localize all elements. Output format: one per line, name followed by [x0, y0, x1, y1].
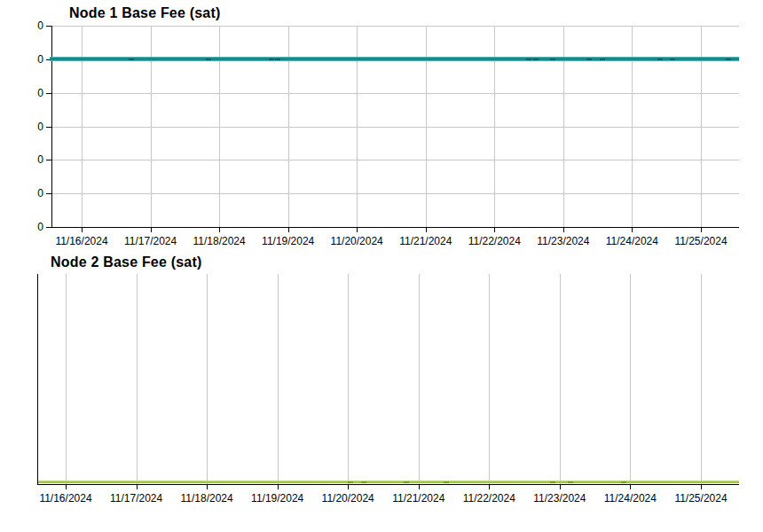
- x-tick-label: 11/21/2024: [390, 235, 461, 247]
- x-tick-label: 11/19/2024: [253, 235, 324, 247]
- x-tick-label: 11/17/2024: [115, 235, 186, 247]
- x-tick-label: 11/22/2024: [453, 492, 524, 505]
- v-gridline: [207, 274, 208, 484]
- x-tick-label: 11/20/2024: [321, 235, 392, 247]
- data-point-marker: [670, 59, 675, 60]
- y-axis-line: [37, 274, 38, 485]
- x-tick-label: 11/16/2024: [30, 492, 101, 505]
- x-axis-line: [38, 484, 739, 485]
- x-tick-label: 11/24/2024: [596, 235, 667, 247]
- v-gridline: [137, 274, 138, 484]
- data-point-marker: [550, 481, 555, 483]
- y-tick-label: 0: [13, 20, 43, 32]
- v-gridline: [701, 274, 702, 484]
- data-point-marker: [526, 59, 531, 60]
- h-gridline: [52, 160, 739, 160]
- x-tick-label: 11/25/2024: [665, 492, 736, 505]
- data-point-marker: [361, 481, 366, 483]
- data-point-marker: [269, 59, 274, 60]
- data-point-marker: [129, 59, 134, 60]
- data-point-marker: [600, 59, 605, 60]
- y-tick-label: 0: [13, 187, 43, 200]
- y-tick-label: 0: [13, 53, 43, 66]
- x-tick-label: 11/19/2024: [242, 492, 313, 505]
- x-tick-label: 11/23/2024: [528, 235, 599, 247]
- x-tick-label: 11/20/2024: [312, 492, 383, 505]
- data-point-marker: [404, 481, 409, 483]
- data-point-marker: [533, 59, 539, 60]
- v-gridline: [278, 274, 279, 484]
- x-tick-label: 11/16/2024: [46, 235, 117, 247]
- x-tick-label: 11/23/2024: [524, 492, 595, 505]
- y-tick-label: 0: [13, 221, 43, 233]
- y-tick-label: 0: [13, 153, 43, 166]
- v-gridline: [489, 274, 490, 484]
- x-tick-label: 11/18/2024: [184, 235, 255, 247]
- data-point-marker: [621, 481, 626, 483]
- plot-area-node2: 11/16/202411/17/202411/18/202411/19/2024…: [38, 274, 739, 484]
- x-tick-label: 11/25/2024: [665, 235, 736, 247]
- chart-title-node1: Node 1 Base Fee (sat): [69, 5, 220, 21]
- data-line-node2: [38, 481, 739, 483]
- y-tick-label: 0: [13, 121, 43, 133]
- data-point-marker: [275, 59, 280, 60]
- x-tick-label: 11/18/2024: [171, 492, 242, 505]
- h-gridline: [52, 26, 739, 27]
- h-gridline: [52, 127, 739, 128]
- v-gridline: [560, 274, 561, 484]
- y-axis-line: [51, 26, 52, 228]
- data-point-marker: [726, 59, 731, 60]
- data-point-marker: [206, 59, 211, 60]
- x-tick-label: 11/21/2024: [383, 492, 454, 505]
- data-point-marker: [657, 59, 663, 60]
- plot-area-node1: 11/16/202411/17/202411/18/202411/19/2024…: [52, 26, 739, 227]
- x-tick-label: 11/22/2024: [459, 235, 530, 247]
- v-gridline: [630, 274, 631, 484]
- data-point-marker: [348, 481, 353, 483]
- data-point-marker: [444, 481, 449, 483]
- v-gridline: [419, 274, 420, 484]
- v-gridline: [348, 274, 349, 484]
- chart-title-node2: Node 2 Base Fee (sat): [51, 254, 201, 270]
- data-point-marker: [550, 59, 555, 60]
- x-tick-label: 11/17/2024: [101, 492, 172, 505]
- h-gridline: [52, 193, 739, 194]
- x-tick-label: 11/24/2024: [594, 492, 665, 505]
- x-axis-line: [52, 227, 739, 228]
- h-gridline: [52, 93, 739, 94]
- data-line-node1: [50, 57, 739, 61]
- v-gridline: [66, 274, 67, 484]
- data-point-marker: [586, 59, 592, 60]
- y-tick-label: 0: [13, 87, 43, 99]
- charts-page: Node 1 Base Fee (sat) 11/16/202411/17/20…: [0, 0, 763, 532]
- data-point-marker: [568, 481, 573, 483]
